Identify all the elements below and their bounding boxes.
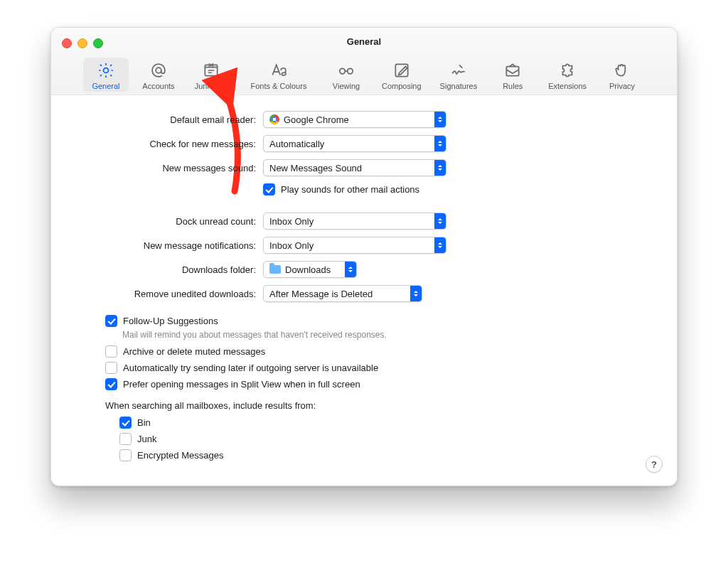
checkbox-archive-muted[interactable] [105, 345, 117, 358]
folder-icon [269, 265, 281, 274]
label-split-view: Prefer opening messages in Split View wh… [123, 379, 360, 390]
label-check-new: Check for new messages: [71, 139, 263, 149]
tab-general[interactable]: General [83, 58, 129, 92]
checkbox-search-encrypted[interactable] [119, 449, 132, 461]
select-default-reader[interactable]: Google Chrome [263, 111, 446, 128]
stepper-icon [434, 160, 446, 176]
label-remove-downloads: Remove unedited downloads: [71, 289, 263, 299]
stepper-icon [345, 262, 356, 277]
tab-label: General [92, 82, 119, 90]
select-check-new[interactable]: Automatically [263, 135, 446, 152]
select-value: Downloads [285, 264, 331, 275]
label-downloads: Downloads folder: [71, 264, 263, 275]
svg-point-3 [340, 68, 346, 74]
tab-label: Composing [382, 82, 422, 90]
tab-fonts-colours[interactable]: Fonts & Colours [241, 58, 316, 92]
junk-mail-icon [202, 60, 220, 80]
tab-label: Junk Mail [195, 82, 228, 90]
tab-label: Viewing [333, 82, 360, 90]
puzzle-icon [558, 60, 577, 80]
compose-icon [392, 60, 411, 80]
select-downloads-folder[interactable]: Downloads [263, 261, 357, 278]
select-value: New Messages Sound [264, 163, 368, 173]
titlebar: General General Accounts Junk Mail [51, 28, 677, 95]
tab-label: Signatures [440, 82, 478, 90]
stepper-icon [434, 136, 446, 151]
hand-icon [613, 60, 631, 80]
label-auto-send-later: Automatically try sending later if outgo… [123, 363, 378, 373]
label-new-sound: New messages sound: [71, 163, 263, 173]
signature-icon [449, 60, 468, 80]
stepper-icon [410, 286, 422, 301]
tab-signatures[interactable]: Signatures [434, 58, 483, 92]
window-title: General [51, 36, 677, 47]
label-dock-count: Dock unread count: [71, 216, 263, 227]
tab-extensions[interactable]: Extensions [542, 58, 592, 92]
svg-point-1 [156, 68, 161, 73]
select-value: Automatically [264, 139, 330, 149]
chrome-icon [269, 114, 279, 124]
gear-icon [97, 60, 115, 80]
general-pane: Default email reader: Google Chrome Chec… [51, 95, 677, 486]
select-value: Inbox Only [264, 216, 319, 227]
search-include-heading: When searching all mailboxes, include re… [105, 400, 657, 411]
label-play-sounds: Play sounds for other mail actions [281, 184, 419, 195]
preferences-window: General General Accounts Junk Mail [50, 27, 678, 486]
tab-privacy[interactable]: Privacy [599, 58, 645, 92]
rules-icon [503, 60, 522, 80]
checkbox-auto-send-later[interactable] [105, 362, 117, 374]
tab-accounts[interactable]: Accounts [136, 58, 181, 92]
svg-point-4 [348, 68, 353, 74]
select-remove-downloads[interactable]: After Message is Deleted [263, 285, 422, 302]
fonts-icon [269, 60, 288, 80]
checkbox-play-sounds[interactable] [263, 183, 275, 195]
help-icon: ? [651, 459, 657, 470]
checkbox-split-view[interactable] [105, 378, 117, 390]
select-value: Inbox Only [264, 240, 319, 251]
select-value: After Message is Deleted [264, 289, 378, 299]
label-archive-muted: Archive or delete muted messages [123, 346, 265, 357]
at-sign-icon [149, 60, 168, 80]
select-value: Google Chrome [284, 114, 349, 125]
label-search-junk: Junk [137, 434, 156, 444]
tab-composing[interactable]: Composing [376, 58, 427, 92]
tab-rules[interactable]: Rules [490, 58, 535, 92]
tab-viewing[interactable]: Viewing [323, 58, 369, 92]
stepper-icon [434, 237, 446, 253]
tab-junk-mail[interactable]: Junk Mail [188, 58, 234, 92]
tab-label: Accounts [142, 82, 174, 90]
label-search-encrypted: Encrypted Messages [137, 450, 223, 461]
select-new-sound[interactable]: New Messages Sound [263, 159, 446, 176]
tab-label: Fonts & Colours [251, 82, 307, 90]
stepper-icon [434, 213, 446, 229]
checkbox-search-junk[interactable] [119, 433, 132, 445]
checkbox-followup[interactable] [105, 315, 117, 327]
tab-label: Rules [503, 82, 523, 90]
select-notifications[interactable]: Inbox Only [263, 237, 446, 254]
followup-description: Mail will remind you about messages that… [122, 330, 657, 340]
select-dock-count[interactable]: Inbox Only [263, 213, 446, 230]
label-search-bin: Bin [137, 417, 151, 428]
glasses-icon [337, 60, 355, 80]
preferences-toolbar: General Accounts Junk Mail Fonts & Colou… [51, 58, 677, 92]
label-notifications: New message notifications: [71, 240, 263, 251]
svg-point-0 [104, 68, 109, 73]
help-button[interactable]: ? [646, 456, 663, 473]
stepper-icon [434, 112, 446, 127]
label-followup: Follow-Up Suggestions [123, 316, 218, 326]
tab-label: Privacy [609, 82, 635, 90]
tab-label: Extensions [548, 82, 587, 90]
label-default-reader: Default email reader: [71, 114, 263, 125]
checkbox-search-bin[interactable] [119, 417, 132, 429]
